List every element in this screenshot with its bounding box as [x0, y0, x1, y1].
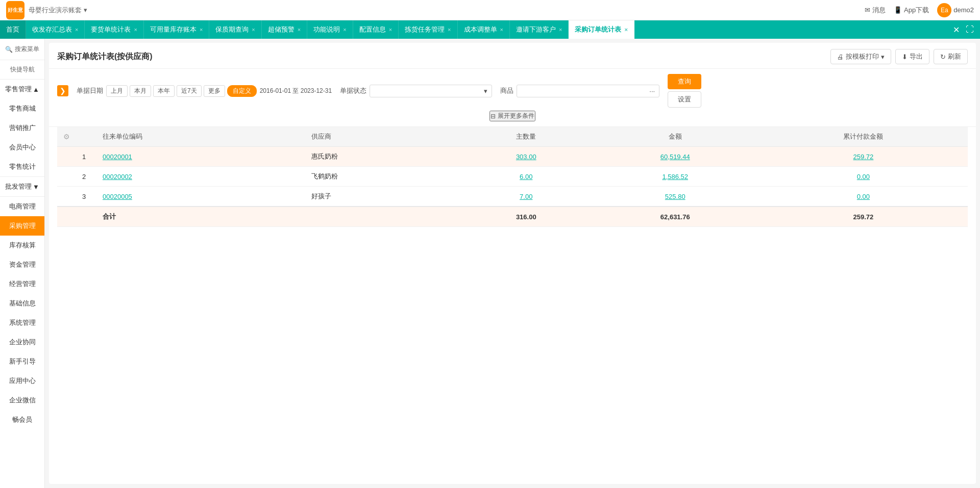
sidebar-quick-nav: 快捷导航: [0, 60, 44, 80]
td-footer-label: 合计: [96, 207, 305, 227]
tab-cost-adjust[interactable]: 成本调整单 ×: [458, 20, 510, 39]
quantity-link-1[interactable]: 303.00: [516, 153, 536, 161]
tab-fullscreen-btn[interactable]: ⛶: [964, 24, 976, 35]
sidebar-item-basic-info[interactable]: 基础信息: [0, 294, 44, 313]
print-icon: 🖨: [837, 53, 844, 61]
amount-link-1[interactable]: 60,519.44: [660, 153, 690, 161]
sidebar-item-purchase-manage[interactable]: 采购管理: [0, 216, 44, 236]
filter-toggle-btn[interactable]: ❯: [57, 85, 68, 96]
td-footer-gear: [57, 207, 76, 227]
status-select[interactable]: ▾: [370, 85, 492, 97]
sidebar-item-enterprise-collab[interactable]: 企业协同: [0, 332, 44, 352]
date-btn-this-year[interactable]: 本年: [153, 85, 175, 97]
goods-input[interactable]: ···: [517, 85, 659, 97]
amount-link-2[interactable]: 1,586.52: [662, 173, 688, 181]
sidebar-item-member[interactable]: 畅会员: [0, 410, 44, 429]
tab-overstock[interactable]: 超储预警 ×: [262, 20, 307, 39]
sidebar-item-retail-mall[interactable]: 零售商城: [0, 99, 44, 118]
date-btn-more[interactable]: 更多: [204, 85, 225, 97]
date-buttons: 上月 本月 本年 近7天 更多 自定义: [106, 85, 257, 97]
user-area[interactable]: Ea demo2: [937, 3, 974, 17]
tab-home[interactable]: 首页: [0, 20, 26, 39]
tab-invite-customer[interactable]: 邀请下游客户 ×: [510, 20, 569, 39]
td-footer-quantity: 316.00: [461, 207, 592, 227]
td-amount-2: 1,586.52: [592, 167, 759, 187]
quantity-link-2[interactable]: 6.00: [520, 173, 532, 181]
th-index: [76, 127, 96, 147]
sidebar-item-enterprise-wechat[interactable]: 企业微信: [0, 391, 44, 410]
search-menu-btn[interactable]: 🔍 搜索菜单: [4, 43, 40, 56]
tab-invite-customer-close[interactable]: ×: [559, 27, 562, 33]
tab-warranty-close[interactable]: ×: [252, 27, 255, 33]
supplier-code-link-3[interactable]: 00020005: [103, 193, 132, 200]
tab-config[interactable]: 配置信息 ×: [353, 20, 399, 39]
td-code-2: 00020002: [96, 167, 305, 187]
sidebar-item-new-guide[interactable]: 新手引导: [0, 352, 44, 371]
date-btn-this-month[interactable]: 本月: [130, 85, 151, 97]
tab-function-desc[interactable]: 功能说明 ×: [307, 20, 353, 39]
tab-warranty[interactable]: 保质期查询 ×: [209, 20, 261, 39]
th-gear: ⚙: [57, 127, 76, 147]
sidebar-item-finance[interactable]: 资金管理: [0, 255, 44, 274]
td-quantity-1: 303.00: [461, 147, 592, 167]
workspace-selector[interactable]: 母婴行业演示账套 ▾: [29, 6, 87, 15]
table-area: ⚙ 往来单位编码 供应商 主数量 金额 累计付款金额: [49, 127, 976, 484]
template-print-btn[interactable]: 🖨 按模板打印 ▾: [830, 49, 891, 64]
tab-available-inventory[interactable]: 可用量库存账本 ×: [144, 20, 209, 39]
sidebar-item-wholesale-manage[interactable]: 批发管理 ▼: [0, 177, 44, 196]
tab-order-stats[interactable]: 要货单统计表 ×: [85, 20, 143, 39]
date-btn-custom[interactable]: 自定义: [227, 85, 257, 97]
paid-link-1[interactable]: 259.72: [853, 153, 874, 161]
filter-area: ❯ 单据日期 上月 本月 本年 近7天 更多 自定义 2016-01-01 至 …: [49, 69, 976, 127]
tab-collect-pay-close[interactable]: ×: [75, 27, 78, 33]
tab-function-desc-close[interactable]: ×: [343, 27, 346, 33]
tab-order-stats-close[interactable]: ×: [134, 27, 137, 33]
tab-cost-adjust-close[interactable]: ×: [500, 27, 503, 33]
workspace-name: 母婴行业演示账套: [29, 6, 82, 15]
message-btn[interactable]: ✉ 消息: [865, 6, 886, 15]
tab-config-close[interactable]: ×: [389, 27, 392, 33]
sidebar-item-operation[interactable]: 经营管理: [0, 274, 44, 294]
tab-collect-pay[interactable]: 收发存汇总表 ×: [26, 20, 85, 39]
tab-pick-task[interactable]: 拣货任务管理 ×: [399, 20, 457, 39]
sidebar-item-marketing[interactable]: 营销推广: [0, 118, 44, 138]
export-btn[interactable]: ⬇ 导出: [895, 49, 929, 64]
gear-settings-icon[interactable]: ⚙: [63, 133, 70, 141]
refresh-btn[interactable]: ↻ 刷新: [934, 49, 968, 64]
sidebar-item-retail-stats[interactable]: 零售统计: [0, 157, 44, 176]
supplier-code-link-1[interactable]: 00020001: [103, 153, 132, 161]
td-gear-2: [57, 167, 76, 187]
settings-btn[interactable]: 设置: [668, 91, 701, 108]
sidebar-item-retail-manage[interactable]: 零售管理 ▲: [0, 80, 44, 99]
sidebar-item-system-manage[interactable]: 系统管理: [0, 313, 44, 332]
tab-purchase-stats[interactable]: 采购订单统计表 ×: [569, 20, 634, 39]
content-area: 采购订单统计表(按供应商) 🖨 按模板打印 ▾ ⬇ 导出 ↻ 刷新: [45, 39, 980, 488]
tab-available-inventory-close[interactable]: ×: [200, 27, 203, 33]
tab-purchase-stats-close[interactable]: ×: [624, 27, 627, 33]
sidebar-item-member-center[interactable]: 会员中心: [0, 138, 44, 157]
sidebar-search-area: 🔍 搜索菜单: [0, 39, 44, 60]
sidebar-item-ecommerce[interactable]: 电商管理: [0, 197, 44, 216]
app-download-btn[interactable]: 📱 App下载: [894, 6, 929, 15]
paid-link-2[interactable]: 0.00: [857, 173, 870, 181]
tab-pick-task-close[interactable]: ×: [448, 27, 451, 33]
paid-link-3[interactable]: 0.00: [857, 193, 870, 200]
sidebar-item-inventory-check[interactable]: 库存核算: [0, 236, 44, 255]
amount-link-3[interactable]: 525.80: [665, 193, 685, 200]
page-title: 采购订单统计表(按供应商): [57, 52, 153, 62]
sidebar-item-app-center[interactable]: 应用中心: [0, 371, 44, 391]
expand-more-btn[interactable]: ⊟ 展开更多条件: [489, 111, 535, 121]
query-btn[interactable]: 查询: [668, 74, 701, 89]
tab-overstock-close[interactable]: ×: [298, 27, 301, 33]
tab-close-all-btn[interactable]: ✕: [951, 24, 962, 36]
th-quantity: 主数量: [461, 127, 592, 147]
dropdown-icon: ▾: [881, 53, 885, 61]
supplier-code-link-2[interactable]: 00020002: [103, 173, 132, 181]
td-gear-3: [57, 187, 76, 207]
td-footer-index: [76, 207, 96, 227]
quantity-link-3[interactable]: 7.00: [520, 193, 532, 200]
td-supplier-3: 好孩子: [305, 187, 461, 207]
date-btn-last-month[interactable]: 上月: [106, 85, 128, 97]
quick-nav-btn[interactable]: 快捷导航: [0, 62, 44, 77]
date-btn-7days[interactable]: 近7天: [177, 85, 202, 97]
